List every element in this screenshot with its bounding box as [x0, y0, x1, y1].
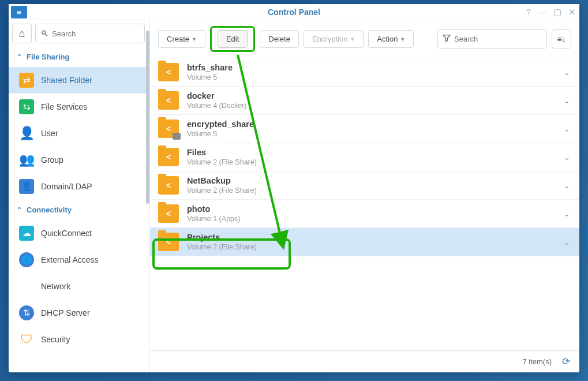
- folder-volume: Volume 2 (File Share): [187, 243, 564, 251]
- folder-row[interactable]: < btrfs_share Volume 5 ⌄: [150, 58, 579, 87]
- folder-row[interactable]: < NetBackup Volume 2 (File Share) ⌄: [150, 171, 579, 200]
- folder-volume: Volume 2 (File Share): [187, 158, 564, 166]
- sidebar-search-input[interactable]: [52, 29, 140, 38]
- folder-volume: Volume 5: [187, 130, 564, 138]
- sidebar-item-group[interactable]: 👥 Group: [9, 147, 149, 173]
- help-icon[interactable]: ?: [526, 7, 531, 17]
- share-folder-icon: <: [158, 63, 179, 81]
- chevron-down-icon[interactable]: ⌄: [564, 125, 570, 133]
- create-button[interactable]: Create ▼: [158, 30, 205, 48]
- share-folder-icon: <: [158, 91, 179, 110]
- nav-label: Group: [41, 155, 63, 165]
- share-folder-icon: <: [158, 148, 179, 166]
- control-panel-window: ≡ Control Panel ? — ▢ ✕ ⌂ 🔍︎ ⌃ File Shar…: [9, 4, 579, 372]
- chevron-down-icon[interactable]: ⌄: [564, 153, 570, 162]
- folder-name: Files: [187, 148, 564, 157]
- maximize-icon[interactable]: ▢: [553, 7, 561, 17]
- nav-label: Security: [41, 335, 70, 344]
- nav-label: DHCP Server: [41, 308, 90, 318]
- chevron-down-icon: ▼: [350, 36, 355, 42]
- filter-input[interactable]: [454, 35, 542, 43]
- dhcp-icon: ⇅: [19, 305, 34, 320]
- share-folder-icon: <: [158, 204, 179, 223]
- globe-icon: 🌐: [19, 252, 34, 267]
- minimize-icon[interactable]: —: [538, 7, 546, 17]
- sidebar-item-network[interactable]: 🖧 Network: [9, 273, 149, 300]
- chevron-down-icon[interactable]: ⌄: [564, 238, 570, 246]
- close-icon[interactable]: ✕: [568, 7, 576, 17]
- action-button[interactable]: Action ▼: [368, 30, 414, 48]
- sidebar-item-dhcp-server[interactable]: ⇅ DHCP Server: [9, 300, 149, 326]
- folder-row-selected[interactable]: < Projects Volume 2 (File Share) ⌄: [150, 228, 579, 256]
- cloud-icon: ☁: [19, 226, 34, 241]
- sidebar-item-security[interactable]: 🛡 Security: [9, 326, 149, 353]
- share-folder-encrypted-icon: <: [158, 119, 179, 138]
- folder-name: photo: [187, 204, 564, 214]
- main-panel: Create ▼ Edit Delete Encryption ▼ Action: [150, 20, 579, 372]
- folder-volume: Volume 4 (Docker): [187, 102, 564, 110]
- button-label: Edit: [226, 35, 239, 43]
- nav-label: User: [41, 129, 58, 138]
- sidebar: ⌂ 🔍︎ ⌃ File Sharing ⇄ Shared Folder ⇆ Fi…: [9, 20, 150, 372]
- sidebar-item-external-access[interactable]: 🌐 External Access: [9, 246, 149, 273]
- nav-label: Shared Folder: [41, 76, 92, 85]
- button-label: Create: [167, 35, 189, 43]
- sidebar-item-file-services[interactable]: ⇆ File Services: [9, 94, 149, 120]
- folder-row[interactable]: < docker Volume 4 (Docker) ⌄: [150, 87, 579, 115]
- scrollbar-thumb[interactable]: [146, 31, 149, 204]
- sidebar-item-domain-ldap[interactable]: 👤 Domain/LDAP: [9, 173, 149, 200]
- folder-name: encrypted_share: [187, 119, 564, 129]
- edit-highlight-annotation: Edit: [210, 26, 255, 52]
- chevron-up-icon: ⌃: [17, 53, 22, 61]
- nav-label: File Services: [41, 102, 87, 111]
- sidebar-search[interactable]: 🔍︎: [35, 24, 145, 43]
- chevron-down-icon[interactable]: ⌄: [564, 96, 570, 105]
- home-button[interactable]: ⌂: [12, 24, 32, 43]
- filter-search[interactable]: [437, 29, 547, 48]
- delete-button[interactable]: Delete: [260, 30, 299, 48]
- file-services-icon: ⇆: [19, 99, 34, 114]
- share-folder-icon: <: [158, 176, 179, 195]
- nav-label: Network: [41, 282, 70, 291]
- folder-share-icon: ⇄: [19, 73, 34, 88]
- folder-row[interactable]: < photo Volume 1 (Apps) ⌄: [150, 200, 579, 228]
- sidebar-item-user[interactable]: 👤 User: [9, 120, 149, 147]
- folder-row[interactable]: < Files Volume 2 (File Share) ⌄: [150, 143, 579, 171]
- folder-name: docker: [187, 91, 564, 100]
- network-icon: 🖧: [19, 279, 34, 294]
- section-connectivity[interactable]: ⌃ Connectivity: [9, 200, 149, 220]
- chevron-down-icon: ▼: [192, 36, 197, 42]
- share-folder-icon: <: [158, 233, 179, 251]
- chevron-down-icon[interactable]: ⌄: [564, 181, 570, 190]
- search-icon: 🔍︎: [40, 29, 48, 38]
- button-label: Action: [377, 35, 398, 43]
- funnel-icon: [443, 34, 451, 44]
- status-bar: 7 item(s) ⟳: [150, 350, 579, 372]
- folder-row[interactable]: < encrypted_share Volume 5 ⌄: [150, 115, 579, 143]
- sort-icon: ≡↓: [557, 35, 565, 44]
- folder-volume: Volume 1 (Apps): [187, 215, 564, 223]
- sidebar-item-shared-folder[interactable]: ⇄ Shared Folder: [9, 67, 149, 94]
- chevron-down-icon[interactable]: ⌄: [564, 210, 570, 218]
- nav-label: Domain/LDAP: [41, 182, 92, 191]
- group-icon: 👥: [19, 152, 34, 167]
- refresh-button[interactable]: ⟳: [562, 356, 570, 368]
- app-icon: ≡: [11, 6, 27, 18]
- button-label: Encryption: [312, 35, 347, 43]
- refresh-icon: ⟳: [562, 356, 570, 367]
- folder-list: < btrfs_share Volume 5 ⌄ < docker Volume…: [150, 58, 579, 350]
- section-label: Connectivity: [27, 206, 72, 214]
- section-file-sharing[interactable]: ⌃ File Sharing: [9, 47, 149, 67]
- folder-name: NetBackup: [187, 176, 564, 185]
- folder-name: Projects: [187, 233, 564, 242]
- sidebar-scrollbar[interactable]: [146, 31, 149, 372]
- window-title: Control Panel: [268, 8, 320, 17]
- chevron-down-icon[interactable]: ⌄: [564, 68, 570, 77]
- sidebar-item-quickconnect[interactable]: ☁ QuickConnect: [9, 220, 149, 246]
- button-label: Delete: [268, 35, 290, 43]
- encryption-button[interactable]: Encryption ▼: [304, 30, 364, 48]
- folder-volume: Volume 5: [187, 73, 564, 81]
- nav-label: External Access: [41, 255, 99, 264]
- sort-button[interactable]: ≡↓: [552, 29, 571, 48]
- edit-button[interactable]: Edit: [218, 30, 248, 48]
